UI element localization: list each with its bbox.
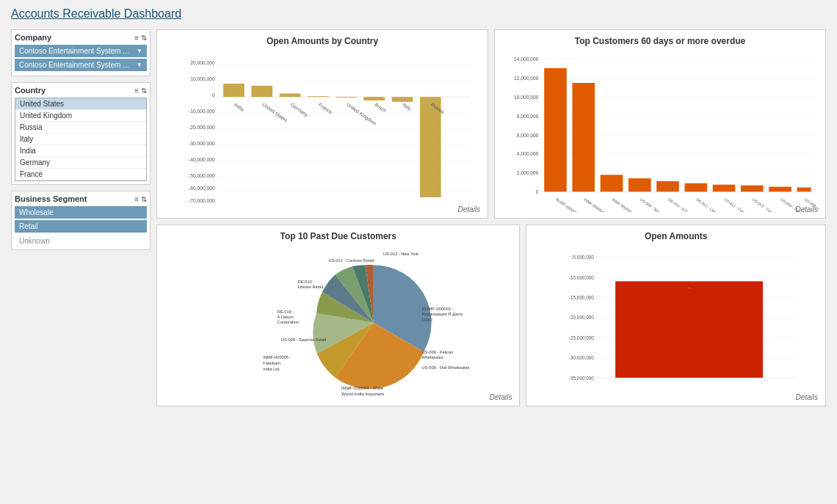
content-area: Open Amounts by Country 20,000,000 10,00… (156, 29, 826, 406)
past-due-details[interactable]: Details (490, 393, 512, 401)
main-layout: Company ≡ ⇅ Contoso Entertainment System… (11, 29, 826, 406)
chevron-icon-1: ▼ (137, 48, 142, 54)
bar-uk (336, 97, 357, 98)
business-segment-icons: ≡ ⇅ (134, 195, 147, 203)
business-item-retail[interactable]: Retail (15, 220, 147, 233)
bar-customer-5 (656, 181, 679, 191)
country-item-de[interactable]: Germany (15, 157, 146, 169)
sort-icon-biz[interactable]: ⇅ (141, 195, 147, 203)
open-amounts-country-chart: 20,000,000 10,000,000 0 -10,000,000 -20,… (163, 51, 482, 212)
pie-label-de010-3: Corporation (278, 320, 300, 324)
country-filter-header: Country ≡ ⇅ (15, 86, 147, 95)
sort-icon-country[interactable]: ⇅ (141, 87, 147, 95)
company-filter-icons: ≡ ⇅ (134, 34, 147, 42)
bar-open-amounts (616, 281, 764, 377)
company-filter-item-1[interactable]: Contoso Entertainment System ... ▼ (15, 45, 147, 57)
company-filter-item-2[interactable]: Contoso Entertainment System ... ▼ (15, 59, 147, 71)
pie-label-inmf5: INMF-000005 - (263, 355, 291, 359)
country-item-it[interactable]: Italy (15, 134, 146, 145)
bar-fr (308, 96, 329, 97)
unknown-item: Unknown (15, 235, 147, 246)
svg-text:-25,000,000: -25,000,000 (569, 335, 594, 340)
bar-customer-2 (572, 83, 595, 191)
pie-chart-container: US-012 - Contoso Retail US-013 - US-009 … (163, 246, 513, 400)
pie-label-rumf-3: ООО (421, 317, 432, 322)
svg-text:0: 0 (536, 189, 539, 194)
svg-text:-35,000,000: -35,000,000 (569, 376, 594, 381)
bar-customer-4 (628, 178, 651, 191)
company-filter-header: Company ≡ ⇅ (15, 33, 147, 42)
pie-label-pelican-2: Wholesales (421, 355, 443, 359)
svg-text:-15,000,000: -15,000,000 (569, 295, 594, 300)
country-filter-panel: Country ≡ ⇅ United States United Kingdom… (11, 82, 151, 185)
bar-customer-7 (713, 185, 736, 192)
pie-label-de010: DE-010 - (278, 310, 294, 314)
bar-india (223, 84, 244, 97)
pie-label-inmf5-3: India Ltd. (263, 367, 280, 371)
svg-text:14,000,000: 14,000,000 (514, 56, 539, 62)
svg-text:-30,000,000: -30,000,000 (569, 355, 594, 360)
open-amounts-bar-details[interactable]: Details (795, 393, 818, 401)
business-item-wholesale[interactable]: Wholesale (15, 206, 147, 219)
country-item-in[interactable]: India (15, 145, 146, 157)
filter-icon-country[interactable]: ≡ (134, 87, 139, 95)
sidebar: Company ≡ ⇅ Contoso Entertainment System… (11, 29, 151, 406)
open-amounts-bar-svg: -5,000,000 -10,000,000 -15,000,000 -20,0… (532, 246, 819, 400)
pie-label-inmf4-2: World India Importers (341, 391, 384, 396)
top-customers-details[interactable]: Details (795, 205, 818, 213)
open-amounts-bar-panel: Open Amounts -5,000,000 -10,000,000 -15,… (526, 224, 826, 406)
pie-label-rumf-2: Корпорация Я.Дата (421, 311, 463, 316)
country-filter-list: United States United Kingdom Russia Ital… (15, 98, 147, 181)
country-item-us[interactable]: United States (15, 98, 146, 110)
bar-us (251, 86, 272, 97)
open-amounts-country-details[interactable]: Details (457, 205, 480, 213)
bar-customer-9 (769, 187, 791, 192)
svg-text:-40,000,000: -40,000,000 (189, 157, 215, 162)
svg-text:France: France (318, 102, 333, 115)
country-item-fr[interactable]: France (15, 169, 146, 180)
country-item-uk[interactable]: United Kingdom (15, 110, 146, 122)
bar-customer-1 (544, 68, 567, 191)
open-amounts-country-panel: Open Amounts by Country 20,000,000 10,00… (156, 29, 488, 219)
filter-icon[interactable]: ≡ (134, 34, 139, 42)
svg-text:12,000,000: 12,000,000 (514, 76, 539, 81)
pie-label-rumf: RUMF-000001 - (421, 306, 454, 311)
svg-text:4,000,000: 4,000,000 (517, 151, 539, 156)
svg-text:Italy: Italy (402, 102, 413, 112)
svg-text:-5,000,000: -5,000,000 (572, 255, 595, 260)
company-filter-label: Company (15, 33, 51, 42)
svg-text:-60,000,000: -60,000,000 (189, 186, 215, 191)
pie-label-owl: US-009 - Owl Wholesales (421, 365, 469, 370)
top-charts-row: Open Amounts by Country 20,000,000 10,00… (156, 29, 826, 219)
svg-text:-10,000,000: -10,000,000 (189, 109, 215, 114)
svg-text:-50,000,000: -50,000,000 (189, 173, 215, 178)
bar-customer-10 (797, 188, 811, 192)
svg-text:20,000,000: 20,000,000 (190, 60, 215, 65)
pie-label-us013-top: US-013 - New York (383, 252, 418, 256)
svg-text:-20,000,000: -20,000,000 (569, 315, 594, 320)
top-customers-title: Top Customers 60 days or more overdue (501, 36, 819, 46)
pie-label-us008: US-008 - Sparrow Retail (281, 337, 326, 342)
svg-text:Germany: Germany (289, 102, 310, 119)
svg-text:10,000,000: 10,000,000 (190, 76, 215, 81)
business-segment-filter-panel: Business Segment ≡ ⇅ Wholesale Retail Un… (11, 191, 151, 250)
open-amounts-svg: 20,000,000 10,000,000 0 -10,000,000 -20,… (163, 51, 482, 212)
svg-text:2,000,000: 2,000,000 (517, 170, 539, 175)
svg-text:10,000,000: 10,000,000 (514, 95, 539, 100)
retail-label: Retail (19, 222, 38, 230)
pie-label-us011: US-011 - Contoso Retail (329, 258, 374, 263)
bar-ru (420, 97, 441, 197)
filter-icon-biz[interactable]: ≡ (134, 195, 139, 203)
sort-icon[interactable]: ⇅ (141, 34, 147, 42)
bar-customer-8 (741, 186, 764, 192)
company-item-label-2: Contoso Entertainment System ... (19, 61, 129, 69)
country-item-ru[interactable]: Russia (15, 122, 146, 134)
bar-customer-3 (601, 175, 623, 191)
top-customers-panel: Top Customers 60 days or more overdue 14… (494, 29, 826, 219)
svg-text:-70,000,000: -70,000,000 (189, 198, 215, 203)
past-due-panel: Top 10 Past Due Customers (156, 224, 520, 406)
bar-label: ... (688, 285, 692, 289)
bar-de (280, 93, 301, 97)
company-item-label-1: Contoso Entertainment System ... (19, 47, 129, 55)
svg-text:-20,000,000: -20,000,000 (189, 125, 215, 130)
